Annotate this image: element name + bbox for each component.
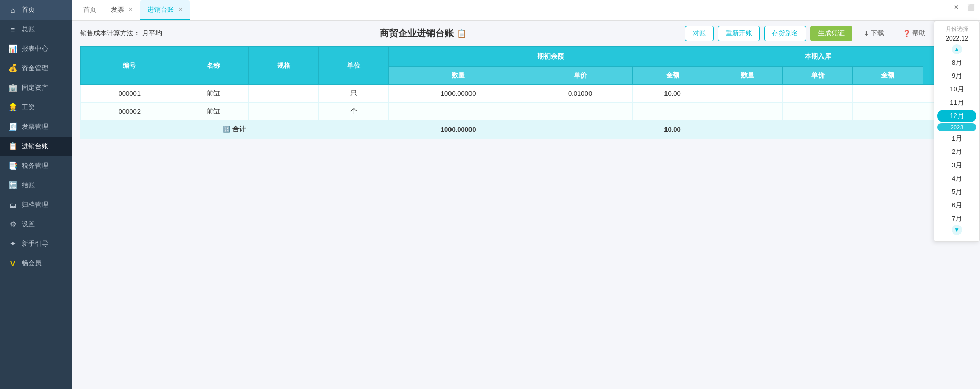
cell-qichu-danjia: 0.01000 (528, 85, 632, 103)
sidebar-item-vip[interactable]: V 畅会员 (0, 254, 72, 273)
sidebar-item-label: 固定资产 (22, 83, 48, 92)
col-qichu-shuliang: 数量 (388, 67, 528, 85)
col-ruku-group: 本期入库 (713, 47, 923, 67)
generate-voucher-button[interactable]: 生成凭证 (810, 26, 852, 41)
tab-home[interactable]: 首页 (76, 0, 104, 20)
month-item-4[interactable]: 4月 (937, 172, 976, 185)
data-table: 编号 名称 规格 单位 期初余额 本期入库 数量 单价 金额 数量 单价 (80, 46, 972, 139)
col-qichu-jine: 金额 (632, 67, 713, 85)
tab-invoice-label: 发票 (111, 5, 124, 14)
home-icon: ⌂ (8, 6, 17, 14)
settings-icon: ⚙ (8, 220, 17, 229)
month-item-7[interactable]: 7月 (937, 212, 976, 225)
total-qichu-shuliang: 1000.00000 (388, 121, 528, 139)
sidebar-item-settle[interactable]: 🔚 结账 (0, 176, 72, 195)
sidebar-item-jinxiao[interactable]: 📋 进销台账 (0, 137, 72, 156)
month-item-11[interactable]: 11月 (937, 96, 976, 109)
archive-icon: 🗂 (8, 201, 17, 209)
month-item-12[interactable]: 12月 (937, 110, 976, 122)
total-row: 🔢 合计 1000.00000 10.00 (81, 121, 972, 139)
sidebar-item-label: 首页 (22, 5, 35, 14)
total-qichu-jine: 10.00 (632, 121, 713, 139)
cell-qichu-danjia (528, 103, 632, 121)
sidebar-item-invoice-mgr[interactable]: 🧾 发票管理 (0, 117, 72, 137)
month-item-1[interactable]: 1月 (937, 132, 976, 145)
tax-icon: 📑 (8, 161, 17, 170)
vip-icon: V (8, 259, 17, 268)
cell-ruku-jine (853, 85, 923, 103)
col-guige: 规格 (248, 47, 318, 85)
month-item-8[interactable]: 8月 (937, 56, 976, 69)
month-nav: ▲ (937, 44, 976, 54)
invoice-icon: 🧾 (8, 122, 17, 131)
fund-icon: 💰 (8, 64, 17, 73)
sidebar-item-settings[interactable]: ⚙ 设置 (0, 215, 72, 234)
sidebar-item-label: 资金管理 (22, 64, 48, 73)
sidebar-item-tax[interactable]: 📑 税务管理 (0, 156, 72, 176)
save-alias-button[interactable]: 存货别名 (764, 26, 806, 41)
month-panel: 月份选择 2022.12 ▲ 8月 9月 10月 11月 12月 2023 1月… (934, 21, 980, 242)
month-panel-year-2022: 2022.12 (937, 35, 976, 42)
cell-qichu-shuliang (388, 103, 528, 121)
cell-guige (248, 85, 318, 103)
tab-jinxiao-label: 进销台账 (147, 5, 174, 14)
month-list-2022: 8月 9月 10月 11月 12月 (937, 56, 976, 122)
month-item-5[interactable]: 5月 (937, 186, 976, 198)
col-qichu-danjia: 单价 (528, 67, 632, 85)
total-label-text: 合计 (232, 125, 246, 134)
jinxiao-icon: 📋 (8, 142, 17, 151)
guide-icon: ✦ (8, 239, 17, 248)
help-icon: ❓ (903, 30, 911, 37)
sidebar-item-salary[interactable]: 👷 工资 (0, 98, 72, 117)
col-danwei: 单位 (319, 47, 388, 85)
sidebar-item-asset[interactable]: 🏢 固定资产 (0, 78, 72, 98)
window-maximize-button[interactable]: ⬜ (966, 2, 976, 12)
sidebar-item-label: 设置 (22, 220, 35, 229)
month-item-2[interactable]: 2月 (937, 146, 976, 158)
cell-qichu-shuliang: 1000.00000 (388, 85, 528, 103)
sidebar-item-report[interactable]: 📊 报表中心 (0, 39, 72, 59)
toolbar-buttons: 对账 重新开账 存货别名 生成凭证 ⬇ 下载 ❓ 帮助 ↻ 刷新 (685, 26, 972, 41)
download-button[interactable]: ⬇ 下载 (856, 26, 891, 41)
sidebar-item-label: 归档管理 (22, 200, 48, 209)
cost-method-label: 销售成本计算方法： (80, 29, 140, 37)
sidebar-item-label: 新手引导 (22, 239, 48, 248)
col-mingcheng: 名称 (179, 47, 248, 85)
cell-ruku-jine (853, 103, 923, 121)
tab-jinxiao[interactable]: 进销台账 ✕ (140, 0, 190, 20)
tab-invoice-close[interactable]: ✕ (128, 6, 133, 13)
reopen-button[interactable]: 重新开账 (718, 26, 760, 41)
month-down-button[interactable]: ▼ (952, 225, 962, 235)
total-ruku-jine (853, 121, 923, 139)
asset-icon: 🏢 (8, 83, 17, 92)
sidebar-item-label: 工资 (22, 103, 35, 112)
cell-ruku-danjia (783, 85, 853, 103)
sidebar-item-ledger[interactable]: ≡ 总账 (0, 20, 72, 39)
cell-mingcheng: 前缸 (179, 103, 248, 121)
sidebar-item-guide[interactable]: ✦ 新手引导 (0, 234, 72, 254)
settle-icon: 🔚 (8, 181, 17, 190)
table-row: 000001 前缸 只 1000.00000 0.01000 10.00 (81, 85, 972, 103)
month-item-9[interactable]: 9月 (937, 70, 976, 82)
window-controls: ✕ ⬜ (951, 2, 976, 12)
sidebar-item-fund[interactable]: 💰 资金管理 (0, 59, 72, 78)
duizhang-button[interactable]: 对账 (685, 26, 714, 41)
sidebar: ⌂ 首页 ≡ 总账 📊 报表中心 💰 资金管理 🏢 固定资产 👷 工资 🧾 发票… (0, 0, 72, 389)
window-close-button[interactable]: ✕ (951, 2, 962, 12)
cell-ruku-shuliang (713, 103, 782, 121)
tab-jinxiao-close[interactable]: ✕ (178, 6, 183, 13)
sidebar-item-archive[interactable]: 🗂 归档管理 (0, 195, 72, 215)
month-item-10[interactable]: 10月 (937, 83, 976, 95)
tab-invoice[interactable]: 发票 ✕ (104, 0, 140, 20)
cell-bianhao: 000001 (81, 85, 179, 103)
main-area: 首页 发票 ✕ 进销台账 ✕ ✕ ⬜ 销售成本计算方法： 月平均 (72, 0, 980, 389)
help-button[interactable]: ❓ 帮助 (895, 26, 933, 41)
month-up-button[interactable]: ▲ (952, 44, 962, 54)
page-title-icon: 📋 (457, 29, 467, 38)
sidebar-item-label: 税务管理 (22, 161, 48, 170)
sidebar-item-home[interactable]: ⌂ 首页 (0, 0, 72, 20)
ledger-icon: ≡ (8, 25, 17, 34)
month-item-6[interactable]: 6月 (937, 199, 976, 211)
month-panel-title: 月份选择 (937, 25, 976, 33)
month-item-3[interactable]: 3月 (937, 159, 976, 171)
